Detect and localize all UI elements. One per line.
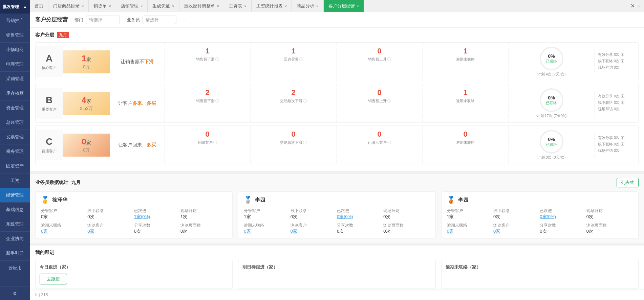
help-icon[interactable]: ⓘ <box>387 98 391 103</box>
tab-payroll-report[interactable]: 工资统计报表 × <box>252 0 292 12</box>
help-icon[interactable]: ⓘ <box>387 57 391 62</box>
tier-a-stat-3[interactable]: 0 销售额上升ⓘ <box>337 43 423 81</box>
tier-b-stat-2[interactable]: 2 交易频次下滑ⓘ <box>251 84 337 122</box>
sidebar-item-gz[interactable]: 工资 <box>0 174 30 188</box>
sidebar-settings[interactable]: ⚙ <box>0 286 30 300</box>
sidebar-item-xtgl[interactable]: 系统管理 <box>0 217 30 232</box>
sidebar-item-xcdz[interactable]: 小畅电商 <box>0 43 30 57</box>
help-icon[interactable]: ⓘ <box>387 140 391 145</box>
tier-a-stat-4[interactable]: 1 逾期未联络 <box>423 43 509 81</box>
staff-label: 业务员 <box>127 17 140 23</box>
main-area: 首页 门店商品目录 × 销货单 × 店铺管理 × 生成凭证 × 应收应付调整单 … <box>30 0 644 300</box>
tier-c-stat-2[interactable]: 0 交易频次下滑ⓘ <box>251 126 337 164</box>
sidebar-item-gdzy[interactable]: 固定资产 <box>0 159 30 174</box>
sidebar-item-kchz[interactable]: 库存核算 <box>0 86 30 101</box>
close-icon[interactable]: × <box>217 4 219 8</box>
tier-c-stat-4[interactable]: 0 逾期未联络 <box>423 126 509 164</box>
close-icon[interactable]: × <box>172 4 174 8</box>
tier-c-stat-1[interactable]: 0 休眠客户ⓘ <box>165 126 251 164</box>
sidebar-top[interactable]: 批发管理 ▲ <box>0 0 30 14</box>
tab-menu-icon[interactable]: ≡ <box>638 3 641 9</box>
close-icon[interactable]: × <box>285 4 287 8</box>
dept-select[interactable]: 请选择 <box>86 16 120 24</box>
dept-label: 部门 <box>74 17 83 23</box>
sidebar-item-jcxx[interactable]: 基础信息 <box>0 203 30 217</box>
tab-store-products[interactable]: 门店商品目录 × <box>48 0 89 12</box>
sidebar-item-dsggl[interactable]: 电商管理 <box>0 57 30 72</box>
tier-c-stats: 0 休眠客户ⓘ 0 交易频次下滑ⓘ 0 已激活客户ⓘ 0 逾期未联络 <box>164 126 594 164</box>
staff-item: 线下联络 0次 <box>493 208 540 220</box>
help-icon[interactable]: ⓘ <box>621 100 624 105</box>
tier-a-slogan: 让销售额不下滑 <box>110 55 164 68</box>
help-icon[interactable]: ⓘ <box>215 98 219 103</box>
tier-b-stat-1[interactable]: 2 销售额下滑ⓘ <box>165 84 251 122</box>
staff-item: 浏览页面数 0次 <box>383 223 430 234</box>
go-followup-button[interactable]: 去跟进 <box>40 274 67 284</box>
close-icon[interactable]: × <box>316 4 318 8</box>
staff-item: 逾期未联络 0家 <box>447 223 493 234</box>
help-icon[interactable]: ⓘ <box>215 57 219 62</box>
tab-home[interactable]: 首页 <box>30 0 48 12</box>
staff-name-2: 李四 <box>255 197 265 203</box>
close-icon[interactable]: × <box>82 4 84 8</box>
help-icon[interactable]: ⓘ <box>621 94 624 98</box>
staff-item: 现场拜访 0次 <box>586 208 633 220</box>
sidebar-item-swgl[interactable]: 税务管理 <box>0 144 30 159</box>
staff-card-3: 🥉 李四 分管客户 1家 线下联络 0次 已跟进 <box>441 191 639 239</box>
tier-a-right-info: 有效分享 0次 ⓘ 线下联络 0次 ⓘ 现场拜访 0次 <box>594 49 638 74</box>
close-icon[interactable]: × <box>109 4 111 8</box>
tab-product-analysis[interactable]: 商品分析 × <box>292 0 323 12</box>
sidebar-item-yxtt[interactable]: 营销推广 <box>0 14 30 28</box>
sidebar-item-zjgl[interactable]: 资金管理 <box>0 101 30 115</box>
help-icon[interactable]: ⓘ <box>621 52 624 56</box>
sidebar-item-yyy[interactable]: 云应用 <box>0 261 30 275</box>
tab-sales-order[interactable]: 销货单 × <box>89 0 116 12</box>
sidebar-item-jygl[interactable]: 经营管理 <box>0 188 30 203</box>
close-icon[interactable]: × <box>244 4 246 8</box>
sidebar-item-zzgl[interactable]: 总账管理 <box>0 115 30 130</box>
followup-card-today: 今日跟进（家） 去跟进 <box>35 260 233 289</box>
help-icon[interactable]: ⓘ <box>299 57 303 62</box>
staff-month-badge: 九月 <box>71 180 81 186</box>
help-icon[interactable]: ⓘ <box>621 142 624 146</box>
tab-ar-ap-adjust[interactable]: 应收应付调整单 × <box>179 0 224 12</box>
staff-item: 浏览页面数 0次 <box>180 223 227 234</box>
tier-row-a: A 核心客户 1家 0万 让销售额不下滑 1 销售额下滑ⓘ 1 <box>35 42 639 81</box>
help-icon[interactable]: ⓘ <box>621 136 624 140</box>
sidebar-item-cggl[interactable]: 采购管理 <box>0 72 30 86</box>
staff-item: 分管客户 1家 <box>244 208 290 220</box>
sidebar-collapse-icon[interactable]: ▲ <box>23 4 27 9</box>
tier-b-count[interactable]: 4家 0.53万 <box>63 92 110 115</box>
tier-a-stat-1[interactable]: 1 销售额下滑ⓘ <box>165 43 251 81</box>
sidebar-item-qyxt[interactable]: 企业协同 <box>0 232 30 246</box>
tab-close-all-icon[interactable]: ✕ <box>630 3 635 9</box>
staff-select[interactable]: 请选择 <box>143 16 176 24</box>
tab-bar: 首页 门店商品目录 × 销货单 × 店铺管理 × 生成凭证 × 应收应付调整单 … <box>30 0 644 12</box>
help-icon[interactable]: ⓘ <box>213 140 217 145</box>
staff-grid-1: 分管客户 0家 线下联络 0次 已跟进 1家(0%) 现场拜访 <box>41 208 227 234</box>
tab-store-mgmt[interactable]: 店铺管理 × <box>116 0 148 12</box>
tier-b-stat-4[interactable]: 1 逾期未联络 <box>423 84 509 122</box>
tier-a-stat-2[interactable]: 1 回购异常ⓘ <box>251 43 337 81</box>
staff-item: 浏览客户 0家 <box>291 223 337 234</box>
sidebar-item-fpgl[interactable]: 发票管理 <box>0 130 30 144</box>
tier-c-count[interactable]: 0家 0万 <box>63 134 110 157</box>
tier-c-stat-3[interactable]: 0 已激活客户ⓘ <box>337 126 423 164</box>
help-icon[interactable]: ⓘ <box>303 98 307 103</box>
tier-a-count[interactable]: 1家 0万 <box>63 50 110 73</box>
sidebar-item-xsgl[interactable]: 销售管理 <box>0 28 30 43</box>
list-view-button[interactable]: 列表式 <box>617 178 639 187</box>
close-icon[interactable]: × <box>357 4 359 8</box>
tier-a-circle: 0% 已联络 计划 4次 (7天/次) <box>509 43 594 81</box>
tab-payroll[interactable]: 工资表 × <box>224 0 251 12</box>
tab-gen-voucher[interactable]: 生成凭证 × <box>148 0 179 12</box>
help-icon[interactable]: ⓘ <box>621 59 624 63</box>
customer-tier-title: 客户分层 九月 <box>35 32 639 38</box>
more-filters-icon[interactable]: ··· <box>179 17 186 23</box>
page-header: 客户分层经营 部门 请选择 业务员 请选择 ··· <box>30 12 644 28</box>
close-icon[interactable]: × <box>141 4 143 8</box>
tab-customer-tier[interactable]: 客户分层经营 × <box>324 0 364 12</box>
help-icon[interactable]: ⓘ <box>303 140 307 145</box>
tier-b-stat-3[interactable]: 0 销售额上升ⓘ <box>337 84 423 122</box>
sidebar-item-xsyd[interactable]: 新手引导 <box>0 246 30 261</box>
